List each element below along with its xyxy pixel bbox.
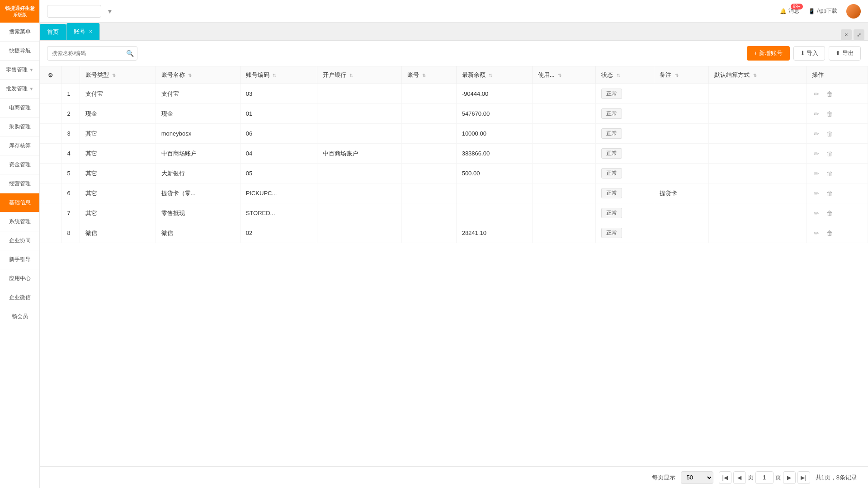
- cell-account-no: [401, 144, 456, 164]
- delete-button[interactable]: 🗑: [825, 129, 835, 138]
- edit-button[interactable]: ✏: [812, 129, 821, 138]
- sidebar-label-wholesale: 批发管理: [6, 85, 28, 93]
- th-action: 操作: [806, 66, 868, 84]
- sidebar-item-quick-nav[interactable]: 快捷导航: [0, 42, 39, 61]
- delete-button[interactable]: 🗑: [825, 189, 835, 198]
- sort-remark-icon: ⇅: [675, 73, 679, 78]
- th-balance-label: 最新余额: [462, 71, 486, 78]
- sidebar-item-new-guide[interactable]: 新手引导: [0, 250, 39, 269]
- th-type[interactable]: 账号类型 ⇅: [80, 66, 156, 84]
- action-buttons: ✏ 🗑: [812, 169, 862, 178]
- add-account-button[interactable]: + 新增账号: [747, 46, 790, 61]
- search-button[interactable]: 🔍: [126, 50, 134, 57]
- th-settlement[interactable]: 默认结算方式 ⇅: [709, 66, 806, 84]
- th-code[interactable]: 账号编码 ⇅: [240, 66, 317, 84]
- th-remark[interactable]: 备注 ⇅: [654, 66, 709, 84]
- cell-settlement: [709, 84, 806, 104]
- top-search-input[interactable]: [47, 5, 101, 18]
- sidebar-item-sys-mgmt[interactable]: 系统管理: [0, 212, 39, 231]
- page-label: 页: [748, 474, 754, 482]
- th-status-label: 状态: [601, 71, 613, 78]
- cell-remark: [654, 124, 709, 144]
- edit-button[interactable]: ✏: [812, 89, 821, 99]
- sidebar: 畅捷通好生意 乐版版 搜索菜单 快捷导航 零售管理 ▼ 批发管理 ▼ 电商管理 …: [0, 0, 40, 488]
- import-button[interactable]: ⬇ 导入: [793, 46, 826, 61]
- th-name-label: 账号名称: [161, 71, 185, 78]
- sidebar-item-enterprise-wechat[interactable]: 企业微信: [0, 288, 39, 307]
- page-input[interactable]: [755, 471, 774, 484]
- dropdown-arrow-icon[interactable]: ▼: [107, 8, 113, 15]
- cell-action: ✏ 🗑: [806, 124, 868, 144]
- avatar[interactable]: [846, 4, 861, 19]
- delete-button[interactable]: 🗑: [825, 89, 835, 99]
- th-name[interactable]: 账号名称 ⇅: [156, 66, 240, 84]
- logo-sub: 乐版版: [13, 12, 27, 18]
- cell-gear: [40, 124, 61, 144]
- edit-button[interactable]: ✏: [812, 229, 821, 238]
- logo-text: 畅捷通好生意: [5, 5, 35, 12]
- sidebar-item-basic-info[interactable]: 基础信息: [0, 193, 39, 212]
- sidebar-item-retail-mgmt[interactable]: 零售管理 ▼: [0, 61, 39, 80]
- th-usage[interactable]: 使用... ⇅: [532, 66, 596, 84]
- sidebar-item-purchase-mgmt[interactable]: 采购管理: [0, 117, 39, 136]
- cell-name: 大新银行: [156, 164, 240, 183]
- edit-button[interactable]: ✏: [812, 189, 821, 198]
- th-account-no[interactable]: 账号 ⇅: [401, 66, 456, 84]
- cell-balance: -90444.00: [456, 84, 532, 104]
- tab-close-all-button[interactable]: ×: [841, 29, 852, 40]
- app-download-button[interactable]: 📱 App下载: [808, 7, 837, 15]
- per-page-label: 每页显示: [652, 474, 675, 482]
- sort-name-icon: ⇅: [188, 73, 192, 78]
- page-next-button[interactable]: ▶: [783, 471, 796, 484]
- cell-bank: [317, 203, 401, 223]
- cell-bank: [317, 104, 401, 124]
- delete-button[interactable]: 🗑: [825, 209, 835, 218]
- th-status[interactable]: 状态 ⇅: [596, 66, 654, 84]
- status-badge: 正常: [601, 228, 622, 238]
- sidebar-item-enterprise-agreement[interactable]: 企业协同: [0, 231, 39, 250]
- edit-button[interactable]: ✏: [812, 149, 821, 158]
- sidebar-item-inventory-calc[interactable]: 库存核算: [0, 136, 39, 155]
- page-first-button[interactable]: |◀: [719, 471, 731, 484]
- page-last-button[interactable]: ▶|: [797, 471, 810, 484]
- cell-status: 正常: [596, 203, 654, 223]
- search-input[interactable]: [47, 46, 137, 61]
- message-button[interactable]: 🔔 消息 99+: [780, 7, 799, 15]
- tab-home[interactable]: 首页: [40, 24, 66, 40]
- sidebar-item-wholesale-mgmt[interactable]: 批发管理 ▼: [0, 80, 39, 99]
- sidebar-item-ops-mgmt[interactable]: 经营管理: [0, 174, 39, 193]
- sidebar-item-search-menu[interactable]: 搜索菜单: [0, 23, 39, 42]
- pagination-bar: 每页显示 50 100 |◀ ◀ 页 页 ▶ ▶| 共1页，8条记录: [40, 466, 868, 488]
- cell-name: 提货卡（零...: [156, 183, 240, 203]
- tab-close-icon[interactable]: ×: [89, 28, 92, 35]
- main-area: ▼ 🔔 消息 99+ 📱 App下载 首页 账号 × × ⤢: [40, 0, 868, 488]
- sidebar-item-ecom-mgmt[interactable]: 电商管理: [0, 99, 39, 117]
- sort-code-icon: ⇅: [273, 73, 276, 78]
- sidebar-item-app-center[interactable]: 应用中心: [0, 269, 39, 288]
- delete-button[interactable]: 🗑: [825, 169, 835, 178]
- cell-action: ✏ 🗑: [806, 84, 868, 104]
- cell-account-no: [401, 183, 456, 203]
- page-prev-button[interactable]: ◀: [733, 471, 746, 484]
- edit-button[interactable]: ✏: [812, 169, 821, 178]
- toolbar-left: 🔍: [47, 46, 137, 61]
- sidebar-item-member[interactable]: 畅会员: [0, 307, 39, 326]
- th-bank[interactable]: 开户银行 ⇅: [317, 66, 401, 84]
- per-page-select[interactable]: 50 100: [681, 471, 713, 484]
- tab-account[interactable]: 账号 ×: [66, 23, 100, 40]
- th-gear[interactable]: ⚙: [40, 66, 61, 84]
- delete-button[interactable]: 🗑: [825, 229, 835, 238]
- delete-button[interactable]: 🗑: [825, 109, 835, 118]
- th-balance[interactable]: 最新余额 ⇅: [456, 66, 532, 84]
- export-button[interactable]: ⬆ 导出: [829, 46, 861, 61]
- th-code-label: 账号编码: [246, 71, 269, 78]
- table-header-row: ⚙ 账号类型 ⇅ 账号名称 ⇅ 账号编码 ⇅: [40, 66, 868, 84]
- tab-expand-button[interactable]: ⤢: [854, 29, 864, 40]
- cell-action: ✏ 🗑: [806, 203, 868, 223]
- edit-button[interactable]: ✏: [812, 209, 821, 218]
- edit-button[interactable]: ✏: [812, 109, 821, 118]
- sidebar-item-capital-mgmt[interactable]: 资金管理: [0, 155, 39, 174]
- table-row: 1 支付宝 支付宝 03 -90444.00 正常 ✏ 🗑: [40, 84, 868, 104]
- delete-button[interactable]: 🗑: [825, 149, 835, 158]
- sort-type-icon: ⇅: [112, 73, 116, 78]
